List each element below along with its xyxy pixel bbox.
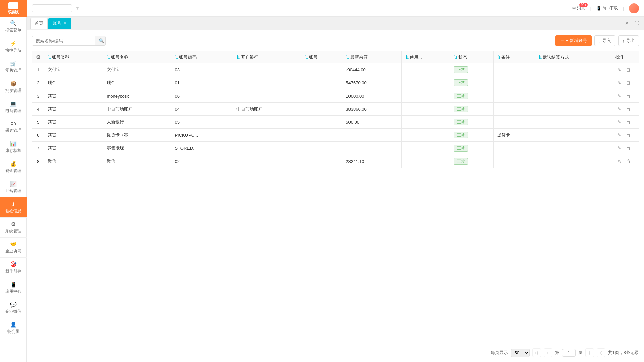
col-settlement-label: 默认结算方式 (543, 55, 569, 60)
edit-btn[interactable]: ✎ (615, 105, 623, 113)
prev-page-btn[interactable]: ⟨ (544, 348, 552, 357)
sidebar-item-wholesale-label: 批发管理 (5, 88, 21, 93)
last-page-btn[interactable]: ⟩⟩ (597, 348, 605, 357)
tab-home[interactable]: 首页 (30, 18, 48, 29)
topbar-msg[interactable]: ✉ 消息 99+ (572, 5, 585, 11)
delete-btn[interactable]: 🗑 (624, 66, 632, 73)
row-action: ✎ 🗑 (612, 63, 639, 76)
row-balance (342, 142, 401, 155)
col-account: ⇅账号 (301, 51, 342, 63)
sidebar-item-newguide[interactable]: 🎯 新手引导 (0, 258, 27, 278)
row-usage (401, 103, 450, 116)
table-row: 1 支付宝 支付宝 03 -90444.00 正常 ✎ 🗑 (32, 63, 639, 76)
column-settings-btn[interactable]: ⚙ (36, 54, 41, 60)
sidebar-item-shortcut[interactable]: ⚡ 快捷导航 (0, 37, 27, 57)
sidebar-item-system[interactable]: ⚙ 系统管理 (0, 218, 27, 238)
topbar-app-download[interactable]: 📱 App下载 (596, 5, 618, 11)
sidebar-item-finance[interactable]: 💰 资金管理 (0, 157, 27, 177)
row-account (301, 155, 342, 168)
col-remark-label: 备注 (501, 55, 510, 60)
edit-btn[interactable]: ✎ (615, 144, 623, 152)
delete-btn[interactable]: 🗑 (624, 131, 632, 139)
edit-btn[interactable]: ✎ (615, 158, 623, 165)
delete-btn[interactable]: 🗑 (624, 79, 632, 86)
sidebar-item-wholesale[interactable]: 📦 批发管理 (0, 77, 27, 97)
purchase-nav-icon: 🛍 (2, 121, 25, 127)
topbar-search-input[interactable] (32, 4, 72, 12)
topbar: ▼ ✉ 消息 99+ | 📱 App下载 | (27, 0, 644, 17)
search-input[interactable] (32, 36, 95, 45)
page-size-label: 每页显示 (491, 350, 508, 356)
row-name: 微信 (103, 155, 171, 168)
row-balance (342, 129, 401, 142)
sidebar-item-enterprise[interactable]: 🤝 企业协同 (0, 238, 27, 258)
row-num: 1 (32, 63, 44, 76)
member-nav-icon: 👤 (2, 321, 25, 328)
total-label: 共1页，8条记录 (608, 350, 639, 356)
row-type: 其它 (44, 103, 103, 116)
edit-btn[interactable]: ✎ (615, 118, 623, 126)
add-icon: ＋ (560, 38, 565, 44)
row-balance: 500.00 (342, 116, 401, 129)
edit-btn[interactable]: ✎ (615, 66, 623, 73)
import-button[interactable]: ↓ 导入 (594, 35, 615, 46)
row-name: 大新银行 (103, 116, 171, 129)
sidebar-item-retail[interactable]: 🛒 零售管理 (0, 57, 27, 77)
row-status: 正常 (450, 63, 493, 76)
retail-nav-icon: 🛒 (2, 60, 25, 67)
sidebar-item-purchase[interactable]: 🛍 采购管理 (0, 117, 27, 137)
sidebar-item-operations[interactable]: 📈 经营管理 (0, 177, 27, 197)
sidebar-item-wechat[interactable]: 💬 企业微信 (0, 298, 27, 318)
topbar-right: ✉ 消息 99+ | 📱 App下载 | (572, 3, 639, 13)
export-button[interactable]: ↑ 导出 (618, 35, 639, 46)
row-balance: 547670.00 (342, 76, 401, 89)
app-subtitle: 乐惠版 (8, 10, 19, 15)
delete-btn[interactable]: 🗑 (624, 105, 632, 113)
row-code: PICKUPC... (171, 129, 233, 142)
row-type: 其它 (44, 142, 103, 155)
sidebar-item-appcenter-label: 应用中心 (5, 289, 21, 294)
sidebar-item-member[interactable]: 👤 畅会员 (0, 318, 27, 338)
page-number-input[interactable] (562, 349, 576, 357)
row-account (301, 142, 342, 155)
row-usage (401, 155, 450, 168)
sidebar-item-search[interactable]: 🔍 搜索菜单 (0, 17, 27, 37)
next-page-btn[interactable]: ⟩ (585, 348, 594, 357)
sidebar-item-appcenter[interactable]: 📱 应用中心 (0, 278, 27, 298)
add-account-button[interactable]: ＋ + 新增账号 (555, 35, 592, 46)
first-page-btn[interactable]: ⟨⟨ (532, 348, 541, 357)
edit-btn[interactable]: ✎ (615, 92, 623, 100)
page-size-select[interactable]: 50 20 100 (511, 349, 530, 357)
tab-account[interactable]: 账号 ✕ (48, 18, 71, 29)
sidebar-item-member-label: 畅会员 (7, 329, 19, 334)
row-action: ✎ 🗑 (612, 103, 639, 116)
close-window-btn[interactable]: ✕ (623, 20, 631, 27)
delete-btn[interactable]: 🗑 (624, 92, 632, 100)
user-avatar[interactable] (629, 3, 639, 13)
tab-account-close[interactable]: ✕ (63, 21, 67, 26)
sidebar-item-basic[interactable]: ℹ 基础信息 (0, 197, 27, 218)
shortcut-nav-icon: ⚡ (2, 40, 25, 47)
sidebar-item-basic-label: 基础信息 (5, 208, 21, 213)
sidebar-item-wechat-label: 企业微信 (5, 309, 21, 314)
sidebar-item-inventory[interactable]: 📊 库存核算 (0, 137, 27, 157)
row-status: 正常 (450, 116, 493, 129)
sidebar-item-ecommerce[interactable]: 💻 电商管理 (0, 97, 27, 117)
delete-btn[interactable]: 🗑 (624, 118, 632, 126)
row-bank (233, 129, 301, 142)
col-account-label: 账号 (309, 55, 318, 60)
edit-btn[interactable]: ✎ (615, 131, 623, 139)
row-num: 6 (32, 129, 44, 142)
search-button[interactable]: 🔍 (95, 36, 106, 45)
page-suffix: 页 (578, 350, 583, 356)
row-remark (494, 142, 535, 155)
row-bank (233, 116, 301, 129)
topbar-dropdown-icon[interactable]: ▼ (75, 6, 80, 11)
row-code: 06 (171, 89, 233, 103)
col-type: ⇅账号类型 (44, 51, 103, 63)
fullscreen-btn[interactable]: ⛶ (633, 20, 641, 27)
edit-btn[interactable]: ✎ (615, 79, 623, 86)
row-action: ✎ 🗑 (612, 89, 639, 103)
delete-btn[interactable]: 🗑 (624, 158, 632, 165)
delete-btn[interactable]: 🗑 (624, 144, 632, 152)
